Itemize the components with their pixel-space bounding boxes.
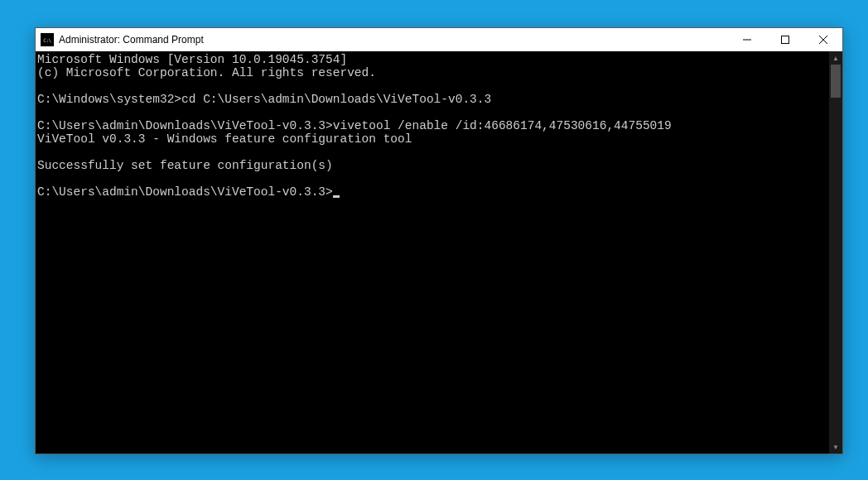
vertical-scrollbar[interactable]: ▲ ▼ [829, 51, 842, 454]
terminal-line: C:\Users\admin\Downloads\ViVeTool-v0.3.3… [37, 185, 829, 199]
minimize-button[interactable] [728, 28, 766, 51]
scroll-up-arrow[interactable]: ▲ [829, 51, 842, 65]
command-prompt-window: C:\ Administrator: Command Prompt Micros… [35, 27, 843, 454]
terminal-line [37, 79, 829, 93]
terminal-line [37, 106, 829, 119]
titlebar[interactable]: C:\ Administrator: Command Prompt [36, 28, 842, 51]
window-title: Administrator: Command Prompt [59, 34, 728, 46]
terminal-line: C:\Windows\system32>cd C:\Users\admin\Do… [37, 93, 829, 106]
terminal-line: C:\Users\admin\Downloads\ViVeTool-v0.3.3… [37, 119, 829, 132]
terminal-output[interactable]: Microsoft Windows [Version 10.0.19045.37… [36, 51, 829, 454]
terminal-line: Successfully set feature configuration(s… [37, 159, 829, 172]
minimize-icon [743, 36, 751, 44]
close-button[interactable] [804, 28, 842, 51]
close-icon [819, 36, 827, 44]
svg-rect-1 [782, 36, 789, 44]
terminal-container: Microsoft Windows [Version 10.0.19045.37… [36, 51, 842, 454]
maximize-icon [781, 36, 789, 44]
scrollbar-track[interactable] [829, 65, 842, 440]
terminal-line: Microsoft Windows [Version 10.0.19045.37… [37, 53, 829, 66]
maximize-button[interactable] [766, 28, 804, 51]
titlebar-controls [728, 28, 842, 51]
terminal-line [37, 172, 829, 185]
terminal-line: ViVeTool v0.3.3 - Windows feature config… [37, 132, 829, 146]
terminal-cursor [333, 195, 340, 198]
terminal-line: (c) Microsoft Corporation. All rights re… [37, 66, 829, 79]
terminal-line [37, 146, 829, 159]
scroll-down-arrow[interactable]: ▼ [829, 440, 842, 454]
cmd-icon: C:\ [41, 33, 54, 46]
scrollbar-thumb[interactable] [831, 65, 841, 98]
